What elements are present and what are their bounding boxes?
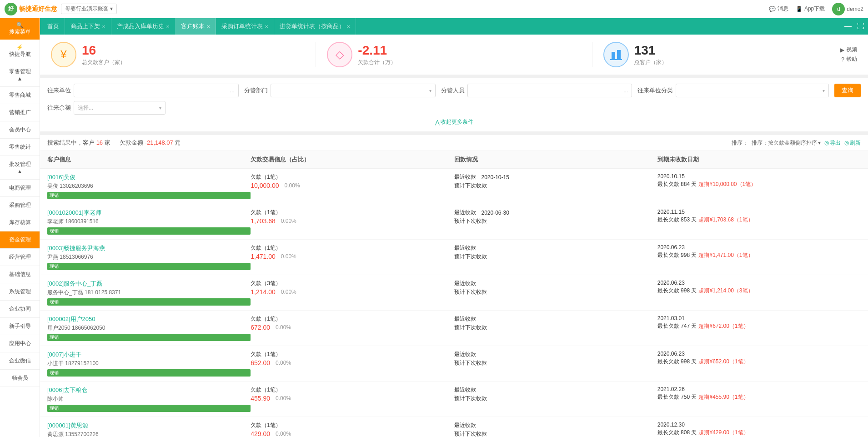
tab-expand-btn[interactable]: ⛶ [855, 22, 866, 30]
customer-badge-4: 现销 [47, 334, 251, 341]
tab-product-listing[interactable]: 商品上下架 ✕ [65, 18, 111, 35]
sidebar-item-apps[interactable]: 应用中心 [0, 335, 40, 352]
balance-label: 往来余额 [47, 104, 71, 112]
customer-name-link-2[interactable]: [0003]畅捷服务尹海燕 [47, 244, 251, 252]
dept-label: 分管部门 [244, 86, 268, 95]
customer-name-link-3[interactable]: [0002]服务中心_丁磊 [47, 280, 251, 288]
overdue-amount-3[interactable]: 超期¥1,214.00（3笔） [698, 287, 753, 295]
sidebar-item-inventory[interactable]: 库存核算 [0, 214, 40, 231]
results-header: 搜索结果中，客户 16 家 欠款金额 -21,148.07 元 排序： 排序：按… [40, 135, 868, 151]
svg-rect-2 [610, 59, 622, 60]
due-date-1: 2020.11.15 [657, 209, 861, 215]
overdue-days-2: 最长欠款 998 天 [657, 251, 697, 259]
tab-incoming-stats[interactable]: 进货单统计表（按商品） ✕ [274, 18, 356, 35]
stat-icon-diamond: ◇ [327, 42, 352, 67]
tab-customer-ledger[interactable]: 客户账本 ✕ [176, 18, 216, 35]
overdue-days-4: 最长欠款 747 天 [657, 322, 697, 330]
sidebar-item-operations[interactable]: 经营管理 [0, 249, 40, 266]
tab-home[interactable]: 首页 [42, 18, 65, 35]
cell-debt-2: 欠款（1笔） 1,471.00 0.00% [251, 244, 454, 270]
cell-payback-1: 最近收款 2020-06-30 预计下次收款 [454, 209, 657, 235]
tab-production-history[interactable]: 产成品入库单历史 ✕ [111, 18, 176, 35]
debt-pct-3: 0.00% [281, 289, 296, 295]
sidebar-item-quick-nav[interactable]: ⚡ 快捷导航 [0, 40, 40, 63]
customer-name-link-7[interactable]: [000001]黄思源 [47, 422, 251, 430]
close-icon-2[interactable]: ✕ [166, 24, 170, 29]
customer-unit-input[interactable]: ... [74, 84, 239, 97]
avatar-icon: d [832, 3, 845, 15]
debt-amount-4: 672.00 [251, 324, 270, 331]
customer-name-link-0[interactable]: [0016]吴俊 [47, 173, 251, 181]
sidebar-item-marketing[interactable]: 营销推广 [0, 104, 40, 121]
video-btn[interactable]: ▶ 视频 [840, 46, 857, 54]
overdue-amount-4[interactable]: 超期¥672.00（1笔） [698, 322, 748, 330]
close-icon-4[interactable]: ✕ [265, 24, 268, 29]
last-pay-label-7: 最近收款 [454, 422, 657, 429]
sidebar-item-member[interactable]: 会员中心 [0, 121, 40, 139]
tab-purchase-stats[interactable]: 采购订单统计表 ✕ [216, 18, 274, 35]
tab-minimize-btn[interactable]: — [843, 22, 853, 30]
overdue-days-1: 最长欠款 853 天 [657, 216, 697, 224]
overdue-amount-6[interactable]: 超期¥455.90（1笔） [698, 393, 748, 401]
sidebar-item-retail-stats[interactable]: 零售统计 [0, 139, 40, 156]
last-pay-label-6: 最近收款 [454, 386, 657, 394]
sidebar-item-system[interactable]: 系统管理 [0, 283, 40, 301]
sidebar-item-enterprise[interactable]: 企业协同 [0, 301, 40, 318]
debtor-count-value: 16 [82, 43, 125, 58]
refresh-btn[interactable]: ◎ 刷新 [844, 139, 861, 147]
debt-desc-2: 欠款（1笔） [251, 244, 454, 252]
overdue-amount-2[interactable]: 超期¥1,471.00（1笔） [698, 251, 753, 259]
help-btn[interactable]: ? 帮助 [841, 55, 857, 63]
customer-phone-1: 李老师 18600391516 [47, 218, 251, 226]
customer-name-link-6[interactable]: [0006]去下粮仓 [47, 386, 251, 394]
app-download-btn[interactable]: 📱 App下载 [796, 5, 825, 13]
category-select[interactable]: ▾ [676, 84, 829, 97]
cell-debt-0: 欠款（1笔） 10,000.00 0.00% [251, 173, 454, 199]
company-selector[interactable]: 母婴行业演示账套 ▾ [61, 4, 117, 14]
stat-card-debtor-count: ¥ 16 总欠款客户（家） [40, 42, 316, 67]
sort-btn[interactable]: 排序：按欠款金额倒序排序 ▾ [752, 139, 821, 147]
sidebar-search[interactable]: 🔍 搜索菜单 [0, 18, 40, 40]
balance-select[interactable]: 选择... ▾ [74, 101, 166, 115]
customer-name-link-4[interactable]: [000002]用户2050 [47, 315, 251, 323]
sidebar-item-finance[interactable]: 资金管理 [0, 231, 40, 249]
dept-select[interactable]: ▾ [271, 84, 436, 97]
sidebar-item-wechat[interactable]: 企业微信 [0, 352, 40, 370]
overdue-amount-5[interactable]: 超期¥652.00（1笔） [698, 358, 748, 366]
stat-card-debt-amount: ◇ -2.11 欠款合计（万） [316, 42, 592, 67]
sidebar-item-basic-info[interactable]: 基础信息 [0, 266, 40, 283]
collapse-btn[interactable]: ⋀ 收起更多条件 [47, 118, 861, 126]
results-info: 搜索结果中，客户 16 家 欠款金额 -21,148.07 元 [47, 139, 181, 147]
person-input[interactable]: ... [467, 84, 632, 97]
filter-row-2: 往来余额 选择... ▾ [47, 101, 861, 115]
sidebar-item-member2[interactable]: 畅会员 [0, 370, 40, 387]
close-icon-3[interactable]: ✕ [206, 24, 210, 29]
filter-category: 往来单位分类 ▾ [637, 84, 829, 97]
overdue-amount-0[interactable]: 超期¥10,000.00（1笔） [698, 181, 756, 188]
export-btn[interactable]: ◎ 导出 [824, 139, 841, 147]
play-icon: ▶ [840, 47, 844, 53]
message-btn[interactable]: 💬 消息 [769, 5, 788, 13]
sidebar-item-retail-mall[interactable]: 零售商城 [0, 87, 40, 104]
overdue-amount-7[interactable]: 超期¥429.00（1笔） [698, 429, 748, 437]
debt-pct-0: 0.00% [285, 182, 300, 189]
close-icon-5[interactable]: ✕ [346, 24, 350, 29]
table-row: [0006]去下粮仓 陈小帅 现销 欠款（1笔） 455.90 0.00% 最近… [40, 382, 868, 417]
next-pay-label-7: 预计下次收款 [454, 430, 657, 437]
sidebar-item-purchase[interactable]: 采购管理 [0, 197, 40, 214]
debt-desc-1: 欠款（1笔） [251, 209, 454, 216]
sidebar-item-wholesale[interactable]: 批发管理 ▲ [0, 156, 40, 180]
overdue-days-5: 最长欠款 998 天 [657, 358, 697, 366]
customer-name-link-5[interactable]: [0007]小进干 [47, 351, 251, 359]
search-button[interactable]: 查询 [834, 84, 861, 97]
last-pay-label-2: 最近收款 [454, 244, 657, 252]
debtor-count-label: 总欠款客户（家） [82, 59, 125, 66]
user-avatar[interactable]: d demo2 [832, 3, 863, 15]
close-icon[interactable]: ✕ [102, 24, 105, 29]
sidebar-item-ecommerce[interactable]: 电商管理 [0, 180, 40, 197]
sidebar-item-newbie[interactable]: 新手引导 [0, 318, 40, 335]
sidebar-item-retail-mgmt[interactable]: 零售管理 ▲ [0, 63, 40, 87]
customer-name-link-1[interactable]: [0001020001]李老师 [47, 209, 251, 217]
overdue-amount-1[interactable]: 超期¥1,703.68（1笔） [698, 216, 753, 224]
main-layout: 🔍 搜索菜单 ⚡ 快捷导航 零售管理 ▲ 零售商城 营销推广 会员中心 零售统计… [0, 18, 868, 437]
